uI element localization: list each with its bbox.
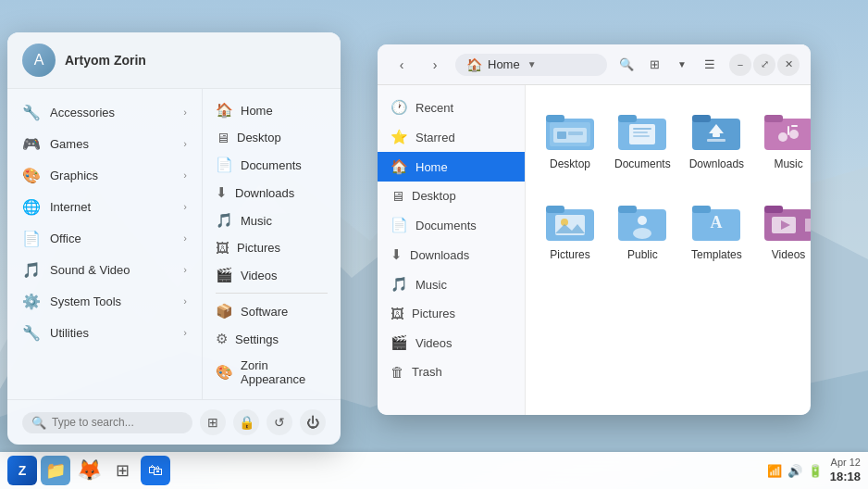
sidebar-item-trash[interactable]: 🗑 Trash — [378, 357, 525, 386]
place-downloads[interactable]: ⬇ Downloads — [203, 179, 341, 207]
svg-text:A: A — [711, 213, 723, 232]
sidebar-item-pictures[interactable]: 🖼 Pictures — [378, 299, 525, 328]
place-home[interactable]: 🏠 Home — [203, 96, 341, 124]
view-chevron-button[interactable]: ▼ — [670, 53, 694, 77]
close-button[interactable]: ✕ — [777, 54, 800, 76]
apps-taskbar-button[interactable]: ⊞ — [107, 456, 137, 485]
taskbar-left: Z 📁 🦊 ⊞ 🛍 — [7, 456, 763, 485]
sidebar-item-desktop[interactable]: 🖥 Desktop — [378, 182, 525, 210]
zorin-menu-button[interactable]: Z — [7, 456, 37, 485]
graphics-arrow: › — [183, 169, 187, 181]
internet-arrow: › — [183, 201, 187, 212]
category-internet[interactable]: 🌐 Internet › — [7, 191, 202, 222]
desktop-sidebar-icon: 🖥 — [391, 188, 404, 204]
store-taskbar-button[interactable]: 🛍 — [141, 456, 170, 485]
volume-icon: 🔊 — [787, 464, 802, 478]
category-sound[interactable]: 🎵 Sound & Video › — [7, 254, 202, 285]
search-bar[interactable]: 🔍 — [22, 412, 192, 433]
back-button[interactable]: ‹ — [389, 52, 415, 78]
sidebar-item-starred[interactable]: ⭐ Starred — [378, 122, 525, 152]
accessories-icon: 🔧 — [22, 103, 41, 121]
category-games[interactable]: 🎮 Games › — [7, 128, 202, 159]
sidebar-item-recent[interactable]: 🕐 Recent — [378, 93, 525, 122]
location-bar[interactable]: 🏠 Home ▼ — [455, 54, 607, 76]
svg-point-38 — [633, 228, 651, 239]
svg-rect-31 — [546, 206, 564, 213]
place-music[interactable]: 🎵 Music — [203, 207, 341, 234]
sidebar-item-home[interactable]: 🏠 Home — [378, 152, 525, 182]
category-accessories-label: Accessories — [50, 106, 115, 119]
folder-pictures[interactable]: Pictures — [540, 191, 600, 270]
forward-button[interactable]: › — [422, 52, 448, 78]
folder-videos-label: Videos — [772, 248, 805, 263]
files-taskbar-button[interactable]: 📁 — [41, 456, 70, 485]
fm-grid: Desktop Documents — [540, 100, 796, 270]
location-home-icon: 🏠 — [466, 57, 482, 72]
place-downloads-label: Downloads — [235, 186, 294, 200]
sidebar-item-documents[interactable]: 📄 Documents — [378, 210, 525, 240]
view-toggle-button[interactable]: ⊞ — [642, 53, 666, 77]
svg-point-26 — [778, 132, 787, 142]
folder-public[interactable]: Public — [611, 191, 675, 270]
sidebar-item-music[interactable]: 🎵 Music — [378, 270, 525, 299]
category-graphics[interactable]: 🎨 Graphics › — [7, 159, 202, 191]
firefox-taskbar-button[interactable]: 🦊 — [74, 456, 104, 485]
lock-button[interactable]: 🔒 — [233, 409, 259, 435]
appearance-icon: 🎨 — [216, 364, 233, 381]
folder-downloads[interactable]: Downloads — [686, 100, 748, 180]
zorin-appearance[interactable]: 🎨 Zorin Appearance — [203, 353, 341, 392]
sidebar-downloads-label: Downloads — [410, 248, 469, 262]
place-desktop[interactable]: 🖥 Desktop — [203, 124, 341, 151]
app-menu-places: 🏠 Home 🖥 Desktop 📄 Documents ⬇ Downloads… — [202, 89, 341, 399]
footer-actions: ⊞ 🔒 ↺ ⏻ — [200, 409, 326, 435]
taskbar: Z 📁 🦊 ⊞ 🛍 📶 🔊 🔋 Apr 12 18:18 — [0, 452, 868, 489]
search-button[interactable]: 🔍 — [614, 53, 639, 77]
folder-desktop-label: Desktop — [550, 157, 590, 172]
category-internet-label: Internet — [50, 200, 91, 214]
sidebar-item-videos[interactable]: 🎬 Videos — [378, 328, 525, 357]
svg-rect-28 — [787, 126, 789, 135]
maximize-button[interactable]: ⤢ — [753, 54, 775, 76]
folder-documents-icon — [616, 107, 668, 152]
taskbar-date: Apr 12 — [830, 456, 861, 469]
search-input[interactable] — [52, 416, 183, 429]
svg-rect-36 — [618, 206, 637, 213]
svg-rect-17 — [633, 132, 648, 133]
system-settings[interactable]: ⚙ Settings — [203, 325, 341, 353]
documents-place-icon: 📄 — [216, 157, 233, 173]
svg-point-37 — [638, 216, 647, 225]
folder-templates[interactable]: A Templates — [686, 191, 748, 270]
folder-desktop-icon — [544, 107, 596, 152]
sidebar-item-downloads[interactable]: ⬇ Downloads — [378, 240, 525, 270]
documents-sidebar-icon: 📄 — [391, 217, 408, 233]
svg-rect-18 — [633, 135, 650, 137]
menu-button[interactable]: ☰ — [698, 53, 722, 77]
folder-desktop[interactable]: Desktop — [540, 100, 600, 180]
folder-documents[interactable]: Documents — [611, 100, 675, 180]
category-utilities[interactable]: 🔧 Utilities › — [7, 317, 202, 348]
refresh-button[interactable]: ↺ — [267, 409, 292, 435]
user-avatar: A — [22, 44, 56, 77]
screenshot-button[interactable]: ⊞ — [200, 409, 226, 435]
sidebar-starred-label: Starred — [415, 131, 455, 144]
games-arrow: › — [183, 138, 187, 149]
place-pictures[interactable]: 🖼 Pictures — [203, 234, 341, 261]
minimize-button[interactable]: − — [729, 54, 751, 76]
place-pictures-label: Pictures — [237, 241, 280, 255]
place-documents[interactable]: 📄 Documents — [203, 151, 341, 179]
location-chevron-icon: ▼ — [527, 59, 537, 69]
system-software[interactable]: 📦 Software — [203, 297, 341, 325]
pictures-place-icon: 🖼 — [216, 240, 229, 256]
graphics-icon: 🎨 — [22, 166, 41, 184]
folder-pictures-label: Pictures — [550, 248, 589, 263]
category-system[interactable]: ⚙️ System Tools › — [7, 285, 202, 317]
office-arrow: › — [183, 232, 187, 244]
category-accessories[interactable]: 🔧 Accessories › — [7, 96, 202, 128]
category-office[interactable]: 📄 Office › — [7, 222, 202, 254]
place-videos[interactable]: 🎬 Videos — [203, 261, 341, 289]
folder-music[interactable]: Music — [759, 100, 811, 180]
power-button[interactable]: ⏻ — [300, 409, 326, 435]
folder-videos[interactable]: Videos — [759, 191, 811, 270]
taskbar-time: 18:18 — [830, 470, 861, 485]
folder-downloads-label: Downloads — [689, 157, 744, 172]
